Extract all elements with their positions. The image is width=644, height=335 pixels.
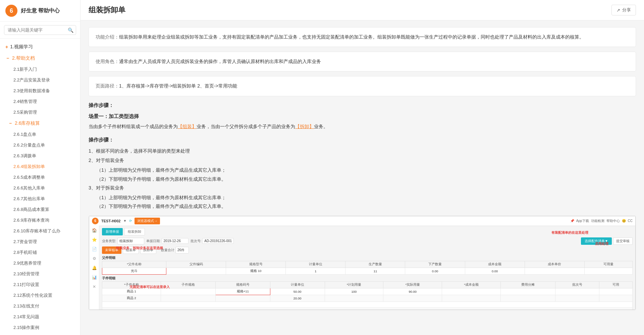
sidebar-item-newbie[interactable]: 2.1新手入门 — [0, 64, 80, 75]
search-input[interactable] — [4, 25, 76, 35]
sidebar-item-sales[interactable]: 2.4销售管理 — [0, 96, 80, 107]
mock-bot-th-6: *实际用量 — [383, 281, 442, 288]
search-button[interactable]: 🔍 — [68, 27, 73, 33]
mock-tab-assembly[interactable]: 组装拆卸 — [124, 228, 145, 235]
mock-dropdown-icon: ▼ — [123, 219, 126, 223]
role-label: 使用角色： — [96, 59, 119, 64]
sidebar-section-label-2: 2.帮助文档 — [12, 55, 35, 61]
mock-sidebar-chart[interactable]: 📊 — [89, 273, 99, 282]
sidebar-sub-items: 2.1新手入门 2.2产品安装及登录 2.3使用前数据准备 2.4销售管理 2.… — [0, 64, 80, 333]
step3: 3、对于拆装业务 — [89, 183, 636, 192]
sidebar-item-assembly[interactable]: 2.6.4组装拆卸单 — [0, 161, 80, 172]
mock-sidebar-doc[interactable]: 📄 — [89, 244, 99, 254]
mock-batch-value[interactable]: AD-20191226-001 — [202, 238, 234, 244]
mock-bot-cell-2-10 — [599, 295, 632, 301]
step2-sub2: （2）下部明细为子件明细，最终作为原材料生成其它出库单。 — [89, 175, 636, 184]
mock-top-th-6: 下产数量 — [405, 261, 465, 268]
mock-status-btn-disassemble[interactable]: 拆卸单 — [140, 246, 156, 254]
sidebar-item-inventory[interactable]: － 2.6库存核算 2.6.1盘点单 2.6.2分量盘点单 2.6.3调拨单 2… — [0, 118, 80, 236]
sidebar-item-ops[interactable]: 2.10经营管理 — [0, 269, 80, 279]
mock-type-value[interactable]: 组装拆卸 — [117, 238, 144, 244]
sidebar-item-purchase[interactable]: 2.5采购管理 — [0, 107, 80, 118]
mock-bot-cell-1-1: 商品 1 — [102, 288, 161, 295]
mock-bot-cell-2-3 — [215, 295, 270, 301]
mock-top-cell-avail — [584, 268, 632, 274]
sidebar-item-video[interactable]: + 1.视频学习 — [0, 41, 80, 53]
sidebar-item-partial-stock[interactable]: 2.6.2分量盘点单 — [0, 140, 80, 151]
mock-sidebar-settings[interactable]: ⚙ — [89, 254, 99, 263]
mock-top-th-9: 可用量 — [584, 261, 632, 268]
sidebar-section-header-2[interactable]: － 2.帮助文档 — [0, 53, 80, 64]
mock-nav-btn[interactable]: 浏览器模式→ — [135, 218, 160, 224]
mock-status-btn-assembly[interactable]: 组装单 — [123, 246, 139, 254]
scenario1-title: 场景一：加工类型选择 — [89, 113, 636, 120]
sidebar-item-stock-query[interactable]: 2.6.9库存账本查询 — [0, 215, 80, 226]
mock-date-label: 单据日期: — [146, 239, 161, 243]
sidebar-item-cost-adjust[interactable]: 2.6.5成本调整单 — [0, 172, 80, 183]
mock-select-bill-btn[interactable]: 选择配件清单▼ — [581, 237, 612, 245]
mock-bot-cell-1-4: 50.00 — [270, 288, 325, 295]
sidebar-section-header[interactable]: + 1.视频学习 — [0, 41, 80, 53]
mock-date-value[interactable]: 2019-12-26 — [162, 238, 189, 244]
mock-top-table-label: 父件明细 — [102, 256, 633, 260]
mock-sidebar-star[interactable]: ⭐ — [89, 235, 99, 244]
mock-top-th-5: 生产数量 — [345, 261, 405, 268]
sidebar-item-online-pay[interactable]: 2.13在线支付 — [0, 301, 80, 312]
sidebar-item-mobile[interactable]: 2.8手机旺铺 — [0, 247, 80, 258]
mock-bot-th-4: 计量单位 — [270, 281, 325, 288]
mock-sidebar-home[interactable]: 🏠 — [89, 226, 99, 235]
mock-bot-th-7: *成本金额 — [442, 281, 501, 288]
mock-bot-cell-1-5: 100 — [325, 288, 383, 295]
mock-bot-cell-1-7 — [442, 288, 501, 295]
sidebar-item-stock-error[interactable]: 2.6.10库存账本错了么办 — [0, 226, 80, 236]
mock-sidebar-bell[interactable]: 🔔 — [89, 263, 99, 273]
mock-bot-cell-1-8 — [500, 288, 555, 295]
mock-tab-new[interactable]: 新增单据 — [102, 228, 123, 235]
mock-status-btn-unreviewed[interactable]: 未审核单 — [102, 246, 121, 254]
mock-confirm-btn[interactable]: 提交审核 — [613, 237, 633, 245]
sidebar-item-personalize[interactable]: 2.12系统个性化设置 — [0, 290, 80, 301]
search-box[interactable]: 🔍 — [0, 22, 80, 39]
mock-icon-checklist: 功能检测 — [591, 219, 604, 223]
sidebar-item-coupon[interactable]: 2.9优惠券管理 — [0, 258, 80, 269]
sidebar: 6 好生意 帮助中心 🔍 + 1.视频学习 － 2.帮助文档 2.1新手入门 2… — [0, 0, 80, 335]
sidebar-item-cases[interactable]: 2.15操作案例 — [0, 322, 80, 333]
collapse-icon: － — [5, 55, 10, 61]
steps-label: 操作步骤： — [89, 102, 636, 109]
mock-bot-cell-1-9 — [555, 288, 599, 295]
mock-field-type: 业务类型: 组装拆卸 — [102, 238, 144, 244]
sidebar-item-data-prep[interactable]: 2.3使用前数据准备 — [0, 86, 80, 96]
sidebar-item-cost-recalc[interactable]: 2.6.8商品成本重算 — [0, 204, 80, 215]
mock-top-th-3: 规格型号 — [226, 261, 286, 268]
sidebar-item-transfer[interactable]: 2.6.3调拨单 — [0, 151, 80, 161]
mock-bot-empty-4 — [102, 308, 633, 310]
top-bar: 组装拆卸单 ↗ 分享 — [80, 0, 644, 20]
sidebar-item-faq[interactable]: 2.14常见问题 — [0, 312, 80, 322]
mock-form-row: 业务类型: 组装拆卸 单据日期: 2019-12-26 批次号: AD-2019… — [102, 237, 633, 245]
mock-field-batch: 批次号: AD-20191226-001 — [191, 238, 234, 244]
mock-bot-cell-2-6 — [383, 295, 442, 301]
sidebar-item-stocktake[interactable]: 2.6.1盘点单 — [0, 129, 80, 140]
assembly-link: 【组装】 — [178, 124, 197, 129]
sidebar-item-help-docs[interactable]: － 2.帮助文档 2.1新手入门 2.2产品安装及登录 2.3使用前数据准备 2… — [0, 53, 80, 333]
mock-type-label: 业务类型: — [102, 239, 116, 243]
sidebar-item-install[interactable]: 2.2产品安装及登录 — [0, 75, 80, 86]
step3-sub1: （1）上部明细为父件明细，最终作为原材料生成其它出库单； — [89, 193, 636, 202]
mock-topbar: 6 TEST-H002 ▼ ⟳ 浏览器模式→ 📌 App下载 功能检测 帮助中心… — [89, 216, 635, 226]
sidebar-item-other-out[interactable]: 2.6.7其他出库单 — [0, 193, 80, 204]
sidebar-item-capital[interactable]: 2.7资金管理 — [0, 236, 80, 247]
op-steps-label: 操作步骤： — [89, 137, 636, 143]
mock-bot-cell-2-9 — [555, 295, 599, 301]
path-block: 页面路径：1、库存核算->库存管理->组装拆卸单 2、首页->常用功能 — [89, 76, 636, 96]
role-text: 通常由生产人员或库管人员完成拆装业务的操作，库管人员确认原材料的出库和产成品的入… — [119, 59, 321, 64]
mock-sidebar-close[interactable]: ✕ — [89, 282, 99, 291]
mock-bot-th-8: 费用分摊 — [500, 281, 555, 288]
mock-top-cell-sub: 0.00 — [405, 268, 465, 274]
sidebar-item-print[interactable]: 2.11打印设置 — [0, 279, 80, 290]
mock-icon-help: 帮助中心 — [606, 219, 620, 223]
step2-sub1: （1）上部明细为父件明细，最终作为产成品生成其它入库单； — [89, 166, 636, 175]
share-button[interactable]: ↗ 分享 — [611, 5, 636, 15]
sidebar-item-other-in[interactable]: 2.6.6其他入库单 — [0, 183, 80, 193]
path-text: 1、库存核算->库存管理->组装拆卸单 2、首页->常用功能 — [119, 83, 237, 89]
sidebar-subsection-inventory[interactable]: － 2.6库存核算 — [0, 118, 80, 129]
